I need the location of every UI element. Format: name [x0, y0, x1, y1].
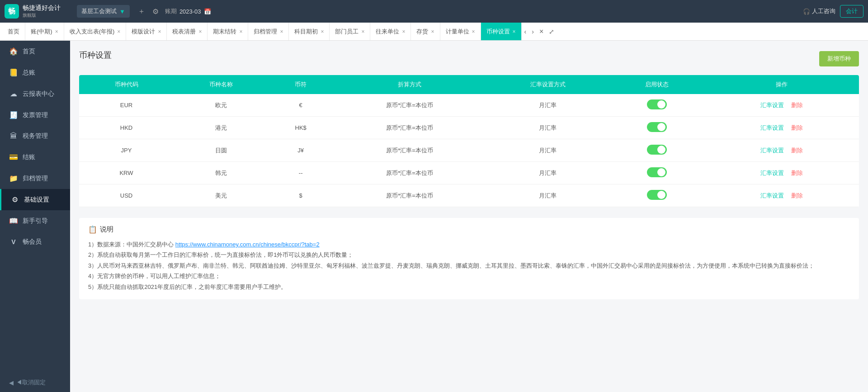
toggle-3[interactable] [647, 167, 667, 177]
tab-income-label: 收入支出表(年报) [70, 28, 115, 36]
delete-1[interactable]: 删除 [791, 124, 803, 131]
sidebar-item-invoice[interactable]: 🧾 发票管理 [0, 104, 70, 126]
cell-name-2: 日圆 [174, 139, 268, 162]
toggle-2[interactable] [647, 145, 667, 155]
rate-setting-1[interactable]: 汇率设置 [760, 124, 784, 131]
invoice-icon: 🧾 [9, 111, 18, 119]
tab-units[interactable]: 计量单位 × [440, 23, 481, 40]
tab-period-end-label: 期末结转 [213, 28, 236, 36]
delete-3[interactable]: 删除 [791, 170, 803, 176]
desc-title-text: 说明 [100, 225, 113, 234]
cell-status-3[interactable] [610, 162, 704, 184]
main-layout: 🏠 首页 📒 总账 ☁ 云报表中心 🧾 发票管理 🏛 税务管理 💳 结账 📁 归… [0, 41, 868, 392]
cell-rate-4: 月汇率 [486, 184, 610, 207]
rate-setting-0[interactable]: 汇率设置 [760, 102, 784, 109]
calendar-icon[interactable]: 📅 [204, 8, 211, 15]
collapse-icon: ◀ [9, 379, 14, 386]
cell-name-4: 美元 [174, 184, 268, 207]
tab-currency[interactable]: 币种设置 × [481, 23, 522, 40]
table-row: KRW 韩元 -- 原币*汇率=本位币 月汇率 汇率设置 删除 [79, 162, 859, 184]
sidebar-item-archive[interactable]: 📁 归档管理 [0, 168, 70, 189]
company-selector[interactable]: 基层工会测试 ▼ [77, 5, 130, 18]
settings-button[interactable]: ⚙ [151, 5, 160, 18]
tab-home[interactable]: 首页 [2, 23, 25, 40]
sidebar-item-home[interactable]: 🏠 首页 [0, 41, 70, 62]
desc-item-1: 2）系统自动获取每月第一个工作日的汇率标价，统一为直接标价法，即1外币可以兑换的… [88, 250, 850, 260]
tab-income-close[interactable]: × [117, 28, 120, 35]
tab-mid-account[interactable]: 账(中期) × [25, 23, 64, 40]
home-icon: 🏠 [9, 47, 18, 56]
sidebar-item-tax-label: 税务管理 [23, 132, 48, 140]
tab-subject[interactable]: 科目期初 × [289, 23, 330, 40]
cell-code-0: EUR [79, 94, 174, 117]
tab-prev-button[interactable]: ‹ [522, 23, 529, 40]
rate-setting-4[interactable]: 汇率设置 [760, 192, 784, 199]
table-row: HKD 港元 HK$ 原币*汇率=本位币 月汇率 汇率设置 删除 [79, 117, 859, 139]
content-area: 币种设置 新增币种 币种代码 币种名称 币符 折算方式 汇率设置方式 启用状态 … [70, 41, 868, 392]
reports-icon: ☁ [9, 90, 18, 98]
tab-dept[interactable]: 部门员工 × [330, 23, 370, 40]
tab-template[interactable]: 模版设计 × [126, 23, 167, 40]
cell-symbol-1: HK$ [268, 117, 333, 139]
delete-0[interactable]: 删除 [791, 102, 803, 109]
tab-bar: 首页 账(中期) × 收入支出表(年报) × 模版设计 × 税表清册 × 期末结… [0, 23, 868, 41]
desc-item-2: 3）人民币对马来西亚林吉特、俄罗斯卢布、南非兰特、韩元、阿联酋迪拉姆、沙特里亚尔… [88, 260, 850, 271]
add-tab-button[interactable]: ＋ [136, 5, 147, 18]
description-section: 📋 说明 1）数据来源：中国外汇交易中心 https://www.chinamo… [79, 218, 859, 299]
rate-setting-3[interactable]: 汇率设置 [760, 170, 784, 176]
tab-period-end[interactable]: 期末结转 × [208, 23, 248, 40]
tab-subject-close[interactable]: × [321, 28, 324, 35]
tab-clients[interactable]: 往来单位 × [370, 23, 411, 40]
cell-name-1: 港元 [174, 117, 268, 139]
tab-tax[interactable]: 税表清册 × [167, 23, 208, 40]
sidebar-item-reports[interactable]: ☁ 云报表中心 [0, 83, 70, 104]
sidebar-item-invoice-label: 发票管理 [23, 111, 48, 119]
tab-expand-button[interactable]: ⤢ [546, 28, 557, 35]
tab-inventory[interactable]: 存货 × [411, 23, 440, 40]
company-name: 基层工会测试 [81, 7, 117, 15]
tab-archive-close[interactable]: × [280, 28, 283, 35]
tab-mid-account-close[interactable]: × [55, 28, 58, 35]
toggle-4[interactable] [647, 190, 667, 200]
sidebar-item-tax[interactable]: 🏛 税务管理 [0, 126, 70, 146]
sidebar-item-reports-label: 云报表中心 [23, 90, 54, 98]
sidebar-item-ledger[interactable]: 📒 总账 [0, 62, 70, 83]
desc-link[interactable]: https://www.chinamoney.com.cn/chinese/bk… [175, 241, 320, 248]
cell-status-0[interactable] [610, 94, 704, 117]
logo-icon: 畅 [5, 4, 19, 19]
tab-archive[interactable]: 归档管理 × [248, 23, 289, 40]
sidebar-item-guide[interactable]: 📖 新手引导 [0, 210, 70, 231]
sidebar-item-settle[interactable]: 💳 结账 [0, 146, 70, 168]
tab-next-button[interactable]: › [529, 23, 537, 40]
rate-setting-2[interactable]: 汇率设置 [760, 147, 784, 154]
tab-period-end-close[interactable]: × [239, 28, 242, 35]
account-button[interactable]: 会计 [840, 5, 863, 18]
table-header: 币种代码 币种名称 币符 折算方式 汇率设置方式 启用状态 操作 [79, 75, 859, 94]
tab-dept-close[interactable]: × [361, 28, 364, 35]
tab-tax-close[interactable]: × [198, 28, 202, 35]
tab-template-label: 模版设计 [132, 28, 155, 36]
cell-status-4[interactable] [610, 184, 704, 207]
tab-units-close[interactable]: × [472, 28, 475, 35]
sidebar-item-member[interactable]: V 畅会员 [0, 231, 70, 252]
cell-action-0: 汇率设置 删除 [704, 94, 859, 117]
cell-status-2[interactable] [610, 139, 704, 162]
tab-income[interactable]: 收入支出表(年报) × [64, 23, 127, 40]
support-button[interactable]: 🎧 人工咨询 [803, 7, 835, 15]
delete-2[interactable]: 删除 [791, 147, 803, 154]
sidebar-collapse-button[interactable]: ◀ ◀取消固定 [0, 373, 70, 392]
tab-template-close[interactable]: × [158, 28, 161, 35]
new-currency-button[interactable]: 新增币种 [819, 51, 859, 66]
cell-status-1[interactable] [610, 117, 704, 139]
top-header: 畅 畅捷通好会计 旗舰版 基层工会测试 ▼ ＋ ⚙ 账期 2023-03 📅 🎧… [0, 0, 868, 23]
table-row: EUR 欧元 € 原币*汇率=本位币 月汇率 汇率设置 删除 [79, 94, 859, 117]
tab-close-all-button[interactable]: × [537, 28, 546, 36]
sidebar-item-settings[interactable]: ⚙ 基础设置 [0, 189, 70, 210]
tab-currency-close[interactable]: × [513, 28, 516, 35]
tab-inventory-close[interactable]: × [431, 28, 434, 35]
delete-4[interactable]: 删除 [791, 192, 803, 199]
tab-clients-close[interactable]: × [402, 28, 405, 35]
settings-gear-icon: ⚙ [10, 195, 19, 204]
toggle-0[interactable] [647, 99, 667, 109]
toggle-1[interactable] [647, 122, 667, 132]
